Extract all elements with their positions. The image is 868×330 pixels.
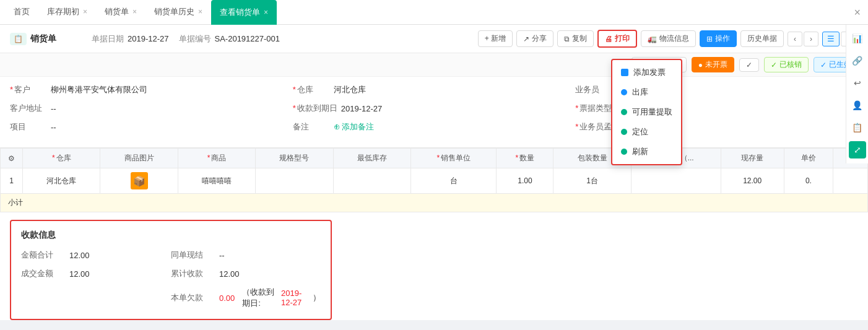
due-date: 2019-12-27 [281, 289, 308, 307]
add-invoice-item[interactable]: 添加发票 [612, 63, 681, 82]
dropdown-menu: 添加发票 出库 可用量提取 定位 刷新 [611, 59, 682, 165]
due-value: 0.00 [219, 293, 235, 303]
sold-check-icon: ✓ [771, 61, 777, 69]
sidebar-undo-icon[interactable]: ↩ [849, 74, 866, 92]
available-extract-icon [621, 109, 627, 115]
tab-sales-history-close[interactable]: × [198, 7, 202, 16]
locate-item[interactable]: 定位 [612, 122, 681, 142]
tab-sales-order-close[interactable]: × [132, 7, 137, 16]
locate-label: 定位 [632, 126, 648, 137]
tab-sales-history[interactable]: 销货单历史 × [145, 0, 211, 25]
outbound-item[interactable]: 出库 [612, 82, 681, 102]
row-amount [833, 168, 867, 194]
sidebar-stats-icon[interactable]: 📊 [849, 30, 866, 47]
customer-value: 柳州粤港平安气体有限公司 [51, 84, 147, 95]
cumulative-value: 12.00 [219, 269, 240, 279]
prev-arrow[interactable]: ‹ [788, 32, 802, 46]
warehouse-label: 仓库 [293, 84, 330, 95]
outbound-label: 出库 [632, 87, 648, 98]
tab-home[interactable]: 首页 [5, 0, 38, 25]
address-value: -- [51, 104, 56, 113]
window-close-button[interactable]: × [854, 6, 861, 19]
operation-button[interactable]: ⊞ 操作 [700, 30, 737, 47]
row-warehouse: 河北仓库 [23, 168, 100, 194]
payment-grid: 金额合计 12.00 同单现结 -- 成交金额 12.00 累计收款 12.00… [21, 248, 321, 310]
th-unit: 销售单位 [411, 149, 497, 168]
check-icon[interactable]: ✓ [739, 58, 759, 72]
table-row: 1 河北仓库 📦 嘻嘻嘻嘻 台 1.00 1台 12.00 0. [1, 168, 868, 194]
address-field: 客户地址 -- [10, 103, 293, 114]
tab-view-sales[interactable]: 查看销货单 × [211, 0, 277, 25]
row-image: 📦 [100, 168, 178, 194]
row-min-stock [333, 168, 410, 194]
sidebar-expand-icon[interactable]: ⤢ [849, 141, 866, 158]
row-available [631, 168, 721, 194]
tab-inventory-init-close[interactable]: × [83, 7, 87, 16]
next-arrow[interactable]: › [804, 32, 818, 46]
deal-value: 12.00 [69, 269, 90, 279]
staff2-label: 业务员孟 [575, 121, 612, 132]
cumulative-row: 累计收款 12.00 [171, 267, 321, 280]
tab-inventory-init[interactable]: 库存期初 × [38, 0, 96, 25]
doc-title-area: 📋 销货单 [10, 33, 84, 45]
row-current-stock: 12.00 [721, 168, 784, 194]
share-button[interactable]: ↗ 分享 [516, 30, 553, 47]
logistics-button[interactable]: 🚛 物流信息 [641, 30, 696, 47]
copy-icon: ⧉ [564, 35, 570, 43]
same-order-row: 同单现结 -- [171, 248, 321, 262]
due-close: ） [313, 292, 321, 303]
history-button[interactable]: 历史单据 [740, 30, 784, 47]
unpaid-icon: ● [698, 61, 703, 69]
print-button[interactable]: 🖨 打印 [597, 30, 637, 48]
doc-type-label: 销货单 [30, 33, 56, 45]
main-area: 📋 销货单 单据日期 2019-12-27 单据编号 SA-20191227-0… [0, 25, 868, 320]
add-note-button[interactable]: ⊕ 添加备注 [334, 121, 375, 132]
row-package-qty: 1台 [553, 168, 631, 194]
doc-date-value: 2019-12-27 [128, 34, 169, 43]
due-date-label: 收款到期日 [293, 103, 337, 114]
refresh-item[interactable]: 刷新 [612, 142, 681, 162]
tab-view-sales-close[interactable]: × [264, 8, 268, 17]
tab-sales-order[interactable]: 销货单 × [96, 0, 145, 25]
th-settings[interactable]: ⚙ [1, 149, 23, 168]
th-product: 商品 [178, 149, 255, 168]
print-icon: 🖨 [605, 35, 612, 43]
customer-label: 客户 [10, 84, 47, 95]
due-note: （收款到期日: [242, 287, 275, 309]
table-container: ⚙ 仓库 商品图片 商品 规格型号 最低库存 销售单位 数量 包装数量 可用量（… [0, 147, 868, 212]
project-label: 项目 [10, 121, 47, 132]
th-image: 商品图片 [100, 149, 178, 168]
share-icon: ↗ [523, 35, 529, 43]
doc-number-value: SA-20191227-001 [215, 34, 280, 43]
row-index: 1 [1, 168, 23, 194]
new-button[interactable]: + 新增 [478, 30, 513, 47]
payment-section: 收款信息 金额合计 12.00 同单现结 -- 成交金额 12.00 累计收款 … [10, 220, 332, 320]
right-sidebar: 📊 🔗 ↩ 👤 📋 ⤢ [846, 25, 868, 163]
th-min-stock: 最低库存 [333, 149, 410, 168]
due-date-field: 收款到期日 2019-12-27 [293, 103, 576, 114]
amount-row: 金额合计 12.00 [21, 248, 171, 262]
sold-status: ✓ 已核销 [764, 57, 809, 72]
form-area: 客户 柳州粤港平安气体有限公司 仓库 河北仓库 业务员 演示账号 客户地址 --… [0, 77, 868, 147]
unpaid-button[interactable]: ● 未开票 [692, 57, 734, 72]
amount-label: 金额合计 [21, 250, 64, 261]
sidebar-user-icon[interactable]: 👤 [849, 97, 866, 114]
list-view-btn[interactable]: ☰ [822, 32, 840, 46]
secondary-toolbar: 📱 来自手机 ● 未开票 ✓ ✓ 已核销 ✓ 已生效 [0, 53, 868, 77]
form-row-2: 客户地址 -- 收款到期日 2019-12-27 票据类型 不开票 [10, 103, 858, 114]
operation-icon: ⊞ [706, 35, 713, 43]
row-unit: 台 [411, 168, 497, 194]
copy-button[interactable]: ⧉ 复制 [557, 30, 594, 47]
plus-icon: ⊕ [334, 122, 340, 131]
address-label: 客户地址 [10, 103, 47, 114]
warehouse-field: 仓库 河北仓库 [293, 84, 576, 95]
sidebar-link-icon[interactable]: 🔗 [849, 52, 866, 69]
available-extract-item[interactable]: 可用量提取 [612, 102, 681, 122]
row-quantity: 1.00 [497, 168, 553, 194]
doc-header: 📋 销货单 单据日期 2019-12-27 单据编号 SA-20191227-0… [0, 25, 868, 53]
outbound-icon [621, 89, 627, 95]
sidebar-doc-icon[interactable]: 📋 [849, 119, 866, 136]
customer-field: 客户 柳州粤港平安气体有限公司 [10, 84, 293, 95]
subtotal-label: 小计 [1, 194, 868, 212]
doc-meta: 单据日期 2019-12-27 单据编号 SA-20191227-001 [92, 33, 471, 45]
